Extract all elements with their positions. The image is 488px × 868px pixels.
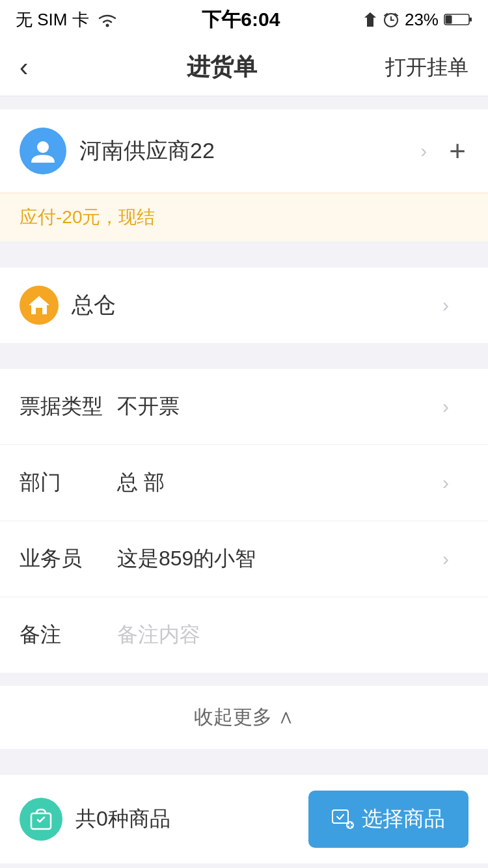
dept-row[interactable]: 部门 总 部 › [0, 445, 488, 521]
collapse-row[interactable]: 收起更多 ∧ [0, 686, 488, 749]
warehouse-section: 总仓 › [0, 267, 488, 343]
supplier-name: 河南供应商22 [79, 136, 420, 166]
shopping-icon [29, 807, 53, 832]
battery-label: 23% [405, 10, 439, 30]
supplier-row[interactable]: 河南供应商22 › + [0, 109, 488, 193]
product-count: 共0种商品 [75, 805, 308, 834]
dept-value: 总 部 [111, 468, 442, 497]
section-gap-4 [0, 749, 488, 762]
salesperson-row[interactable]: 业务员 这是859的小智 › [0, 521, 488, 597]
product-icon [20, 798, 62, 841]
location-icon [363, 11, 377, 28]
dept-chevron-icon: › [442, 472, 449, 494]
carrier-label: 无 SIM 卡 [16, 8, 89, 31]
select-product-button[interactable]: 选择商品 [308, 791, 468, 848]
svg-rect-4 [445, 16, 452, 24]
dept-label: 部门 [20, 468, 111, 497]
alarm-icon [383, 11, 400, 28]
invoice-value: 不开票 [111, 392, 442, 421]
svg-point-0 [105, 24, 109, 27]
status-right: 23% [363, 10, 472, 30]
status-bar: 无 SIM 卡 下午6:04 23% [0, 0, 488, 39]
warehouse-chevron-icon: › [442, 294, 449, 316]
nav-bar: ‹ 进货单 打开挂单 [0, 39, 488, 96]
salesperson-chevron-icon: › [442, 548, 449, 570]
notice-bar: 应付-20元，现结 [0, 193, 488, 241]
remark-input[interactable]: 备注内容 [111, 621, 468, 649]
remark-row[interactable]: 备注 备注内容 [0, 597, 488, 673]
back-button[interactable]: ‹ [20, 53, 59, 82]
section-gap-1 [0, 96, 488, 109]
supplier-avatar [20, 128, 66, 174]
remark-label: 备注 [20, 621, 111, 649]
invoice-label: 票据类型 [20, 392, 111, 421]
supplier-chevron-icon: › [420, 140, 427, 162]
page-body: 河南供应商22 › + 应付-20元，现结 总仓 › 票据类型 不开票 › [0, 96, 488, 868]
svg-rect-3 [469, 18, 472, 21]
open-pending-button[interactable]: 打开挂单 [385, 53, 468, 82]
svg-rect-6 [36, 308, 42, 314]
select-product-label: 选择商品 [362, 805, 445, 834]
section-gap-3 [0, 343, 488, 356]
house-icon [27, 293, 51, 317]
form-section: 票据类型 不开票 › 部门 总 部 › 业务员 这是859的小智 › 备注 备注… [0, 369, 488, 673]
invoice-chevron-icon: › [442, 396, 449, 418]
status-time: 下午6:04 [202, 7, 280, 33]
section-gap-2 [0, 241, 488, 254]
invoice-row[interactable]: 票据类型 不开票 › [0, 369, 488, 445]
product-bar: 共0种商品 选择商品 [0, 775, 488, 863]
warehouse-name: 总仓 [72, 290, 442, 320]
warehouse-icon [20, 286, 59, 325]
svg-rect-8 [332, 810, 348, 823]
add-button[interactable]: + [446, 135, 468, 167]
wifi-icon [96, 11, 119, 28]
page-title: 进货单 [187, 51, 257, 83]
notice-text: 应付-20元，现结 [20, 207, 155, 227]
battery-icon [444, 12, 472, 27]
user-icon [29, 137, 57, 165]
salesperson-value: 这是859的小智 [111, 545, 442, 573]
salesperson-label: 业务员 [20, 545, 111, 573]
select-product-icon [332, 809, 354, 829]
warehouse-row[interactable]: 总仓 › [0, 267, 488, 343]
svg-point-5 [37, 141, 49, 153]
collapse-label: 收起更多 ∧ [194, 704, 293, 731]
status-left: 无 SIM 卡 [16, 8, 119, 31]
supplier-section: 河南供应商22 › + 应付-20元，现结 [0, 109, 488, 241]
